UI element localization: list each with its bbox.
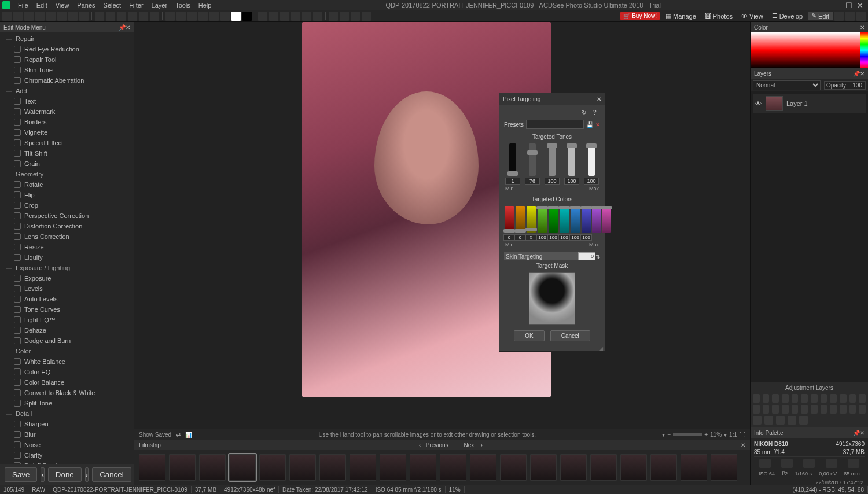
- tool-shape-rect-icon[interactable]: [95, 12, 104, 21]
- adjust-icon[interactable]: [821, 394, 827, 403]
- layer-action-icon[interactable]: [764, 416, 773, 425]
- item-levels[interactable]: Levels: [0, 283, 134, 294]
- tool-screen-icon[interactable]: [329, 12, 338, 21]
- tool-eyedrop-icon[interactable]: [165, 12, 175, 21]
- item-grain[interactable]: Grain: [0, 158, 134, 169]
- tool-info-icon[interactable]: [856, 12, 866, 21]
- thumb[interactable]: [650, 454, 677, 481]
- adjust-icon[interactable]: [763, 394, 770, 403]
- close-icon[interactable]: ✕: [860, 24, 865, 31]
- item-repair-tool[interactable]: Repair Tool: [0, 54, 134, 65]
- fit-icon[interactable]: ⛶: [740, 432, 745, 438]
- tool-rotate-icon[interactable]: [313, 12, 322, 21]
- cancel-button[interactable]: Cancel: [92, 467, 131, 482]
- tool-target-icon[interactable]: [258, 12, 267, 21]
- help-icon[interactable]: ?: [593, 109, 600, 116]
- blend-mode-select[interactable]: Normal: [753, 80, 821, 90]
- section-exposure-lighting[interactable]: Exposure / Lighting: [0, 263, 134, 273]
- resize-grip-icon[interactable]: ◢: [499, 346, 605, 351]
- thumb[interactable]: [169, 454, 196, 481]
- menu-view[interactable]: View: [52, 2, 73, 9]
- tool-gradient-icon[interactable]: [79, 12, 89, 21]
- pin-icon[interactable]: 📌: [853, 430, 860, 436]
- adjust-icon[interactable]: [830, 394, 837, 403]
- compare-icon[interactable]: ⇄: [176, 432, 181, 438]
- adjust-icon[interactable]: [782, 405, 789, 414]
- color-value[interactable]: [580, 234, 592, 241]
- tool-move-icon[interactable]: [2, 12, 12, 21]
- adjust-icon[interactable]: [811, 405, 818, 414]
- layer-row[interactable]: 👁 Layer 1: [753, 94, 866, 113]
- tool-zoom-icon[interactable]: [291, 12, 300, 21]
- item-convert-to-black-white[interactable]: Convert to Black & White: [0, 388, 134, 398]
- film-close-icon[interactable]: ✕: [741, 442, 745, 448]
- mode-edit[interactable]: ✎Edit: [808, 12, 833, 20]
- color-value[interactable]: [503, 234, 515, 241]
- section-detail[interactable]: Detail: [0, 408, 134, 419]
- color-value[interactable]: [514, 234, 526, 241]
- tool-hand-icon[interactable]: [302, 12, 311, 21]
- color-slider[interactable]: [560, 206, 569, 233]
- thumb[interactable]: [229, 454, 256, 481]
- close-icon[interactable]: ✕: [126, 24, 130, 31]
- next-button[interactable]: ›: [85, 467, 89, 482]
- color-value[interactable]: [547, 234, 559, 241]
- filmstrip[interactable]: [134, 450, 750, 485]
- tool-redeye-icon[interactable]: [198, 12, 208, 21]
- item-dodge-and-burn[interactable]: Dodge and Burn: [0, 336, 134, 346]
- adjust-icon[interactable]: [859, 394, 866, 403]
- histogram-icon[interactable]: 📊: [185, 432, 192, 438]
- thumb[interactable]: [681, 454, 707, 481]
- color-value[interactable]: [525, 234, 537, 241]
- item-borders[interactable]: Borders: [0, 117, 134, 127]
- tool-curve-icon[interactable]: [139, 12, 148, 21]
- tool-polygon-icon[interactable]: [150, 12, 159, 21]
- thumb[interactable]: [350, 454, 376, 481]
- item-liquify[interactable]: Liquify: [0, 252, 134, 263]
- pin-icon[interactable]: 📌: [853, 71, 860, 77]
- adjust-icon[interactable]: [792, 405, 799, 414]
- item-red-eye-reduction[interactable]: Red Eye Reduction: [0, 44, 134, 54]
- item-color-balance[interactable]: Color Balance: [0, 377, 134, 388]
- tool-color-bg-icon[interactable]: [242, 12, 252, 21]
- item-tone-curves[interactable]: Tone Curves: [0, 304, 134, 315]
- item-light-eq-[interactable]: Light EQ™: [0, 315, 134, 325]
- thumb[interactable]: [289, 454, 316, 481]
- color-slider[interactable]: [527, 206, 536, 233]
- thumb[interactable]: [530, 454, 557, 481]
- ok-button[interactable]: OK: [514, 330, 544, 341]
- item-sharpen[interactable]: Sharpen: [0, 419, 134, 429]
- color-value[interactable]: [558, 234, 570, 241]
- film-prev[interactable]: ‹ Previous: [419, 442, 452, 448]
- tool-arrow-icon[interactable]: [128, 12, 137, 21]
- visibility-icon[interactable]: 👁: [755, 100, 762, 107]
- layer-action-icon[interactable]: [776, 416, 785, 425]
- tool-shape-ellipse-icon[interactable]: [106, 12, 115, 21]
- hue-bar[interactable]: [860, 32, 868, 68]
- thumb[interactable]: [410, 454, 436, 481]
- color-slider[interactable]: [505, 206, 514, 233]
- buy-now-button[interactable]: 🛒Buy Now!: [620, 12, 660, 20]
- tone-slider[interactable]: [549, 143, 556, 176]
- item-watermark[interactable]: Watermark: [0, 106, 134, 117]
- adjust-icon[interactable]: [811, 394, 818, 403]
- item-chromatic-aberration[interactable]: Chromatic Aberration: [0, 75, 134, 86]
- section-color[interactable]: Color: [0, 346, 134, 356]
- adjust-icon[interactable]: [859, 405, 866, 414]
- tool-wand-icon[interactable]: [35, 12, 45, 21]
- color-value[interactable]: [536, 234, 548, 241]
- zoom-out-icon[interactable]: −: [667, 432, 671, 438]
- tool-record-icon[interactable]: [340, 12, 349, 21]
- zoom-dropdown-icon[interactable]: ▾: [724, 432, 727, 438]
- adjust-icon[interactable]: [753, 394, 760, 403]
- item-white-balance[interactable]: White Balance: [0, 356, 134, 367]
- tool-stop-icon[interactable]: [362, 12, 371, 21]
- adjust-icon[interactable]: [772, 394, 779, 403]
- thumb[interactable]: [259, 454, 286, 481]
- image-canvas[interactable]: [134, 22, 750, 429]
- presets-dropdown[interactable]: [526, 120, 584, 129]
- menu-filter[interactable]: Filter: [125, 2, 147, 9]
- skin-targeting-input[interactable]: [578, 252, 595, 260]
- tool-brush-icon[interactable]: [46, 12, 56, 21]
- mode-manage[interactable]: ▦Manage: [662, 12, 700, 20]
